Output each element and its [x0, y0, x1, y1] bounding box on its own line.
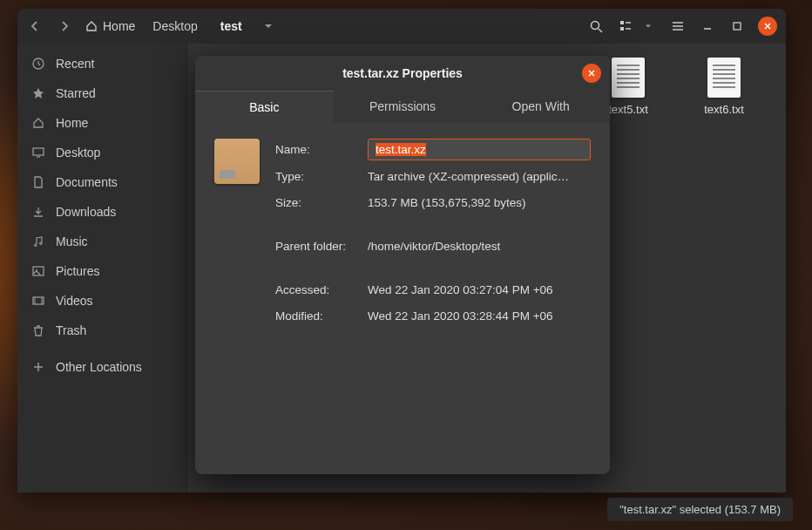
- breadcrumb-home[interactable]: Home: [85, 19, 135, 33]
- clock-icon: [31, 57, 45, 71]
- maximize-button[interactable]: [728, 17, 746, 35]
- hamburger-menu-icon[interactable]: [669, 17, 687, 35]
- svg-point-0: [591, 21, 599, 29]
- documents-icon: [31, 175, 45, 189]
- videos-icon: [31, 294, 45, 308]
- tab-basic[interactable]: Basic: [195, 91, 334, 123]
- downloads-icon: [31, 205, 45, 219]
- sidebar-item-trash[interactable]: Trash: [17, 316, 186, 345]
- sidebar-item-documents[interactable]: Documents: [17, 167, 186, 197]
- text-file-icon: [612, 58, 645, 98]
- breadcrumb-dropdown[interactable]: [260, 17, 277, 35]
- dialog-title: test.tar.xz Properties: [342, 66, 463, 80]
- dialog-tabs: Basic Permissions Open With: [195, 91, 610, 123]
- sidebar-label: Starred: [56, 86, 96, 100]
- sidebar-label: Recent: [56, 57, 94, 71]
- sidebar-item-recent[interactable]: Recent: [17, 49, 186, 78]
- search-icon[interactable]: [587, 17, 605, 35]
- sidebar-label: Music: [56, 234, 88, 248]
- back-button[interactable]: [26, 17, 44, 35]
- svg-rect-5: [33, 148, 44, 155]
- parent-folder-value: /home/viktor/Desktop/test: [368, 240, 591, 253]
- sidebar-item-videos[interactable]: Videos: [17, 286, 186, 316]
- dialog-body: Name: Type: Tar archive (XZ-compressed) …: [195, 123, 610, 474]
- sidebar-label: Documents: [56, 175, 118, 189]
- trash-icon: [31, 323, 45, 337]
- status-bar: "test.tar.xz" selected (153.7 MB): [607, 498, 793, 521]
- sidebar-label: Downloads: [56, 205, 116, 219]
- properties-dialog: test.tar.xz Properties Basic Permissions…: [195, 56, 610, 474]
- svg-rect-1: [620, 21, 624, 24]
- sidebar-item-home[interactable]: Home: [17, 108, 186, 138]
- svg-rect-3: [734, 23, 741, 30]
- properties-list: Name: Type: Tar archive (XZ-compressed) …: [275, 139, 591, 459]
- svg-rect-6: [33, 267, 44, 275]
- svg-rect-2: [620, 27, 624, 31]
- sidebar: Recent Starred Home Desktop Documents Do…: [17, 44, 187, 493]
- header-bar: Home Desktop test: [17, 9, 786, 44]
- file-label: text5.txt: [608, 103, 648, 116]
- sidebar-label: Desktop: [56, 146, 100, 160]
- dialog-header[interactable]: test.tar.xz Properties: [195, 56, 610, 91]
- breadcrumb-desktop[interactable]: Desktop: [147, 16, 202, 37]
- breadcrumb-test[interactable]: test: [215, 16, 247, 37]
- desktop-icon: [31, 146, 45, 160]
- accessed-value: Wed 22 Jan 2020 03:27:04 PM +06: [368, 283, 591, 296]
- sidebar-item-other-locations[interactable]: Other Locations: [17, 352, 186, 382]
- plus-icon: [31, 360, 45, 374]
- sidebar-label: Trash: [56, 323, 86, 337]
- file-text6[interactable]: text6.txt: [694, 58, 754, 116]
- sidebar-label: Pictures: [56, 264, 100, 278]
- parent-folder-label: Parent folder:: [275, 240, 355, 253]
- type-label: Type:: [275, 170, 355, 183]
- tab-permissions[interactable]: Permissions: [334, 91, 472, 123]
- size-label: Size:: [275, 196, 355, 209]
- pictures-icon: [31, 264, 45, 278]
- view-grid-icon[interactable]: [617, 17, 634, 35]
- modified-label: Modified:: [275, 309, 355, 323]
- file-label: text6.txt: [704, 103, 744, 116]
- size-value: 153.7 MB (153,675,392 bytes): [368, 196, 591, 209]
- forward-button[interactable]: [56, 17, 73, 35]
- dialog-close-button[interactable]: [582, 64, 601, 83]
- sidebar-label: Home: [56, 116, 88, 130]
- tab-open-with[interactable]: Open With: [471, 91, 610, 123]
- name-label: Name:: [275, 143, 355, 156]
- accessed-label: Accessed:: [275, 283, 355, 296]
- sidebar-item-pictures[interactable]: Pictures: [17, 256, 186, 286]
- sidebar-label: Other Locations: [56, 360, 142, 374]
- close-button[interactable]: [758, 17, 777, 36]
- music-icon: [31, 234, 45, 248]
- archive-icon: [214, 139, 260, 184]
- modified-value: Wed 22 Jan 2020 03:28:44 PM +06: [368, 309, 591, 323]
- sidebar-label: Videos: [56, 294, 93, 308]
- home-label: Home: [103, 19, 135, 33]
- minimize-button[interactable]: [699, 17, 716, 35]
- sidebar-item-desktop[interactable]: Desktop: [17, 138, 186, 167]
- view-dropdown-icon[interactable]: [639, 17, 657, 35]
- name-input[interactable]: [368, 139, 591, 160]
- sidebar-item-starred[interactable]: Starred: [17, 78, 186, 108]
- sidebar-item-music[interactable]: Music: [17, 227, 186, 256]
- star-icon: [31, 86, 45, 100]
- home-icon: [31, 116, 45, 130]
- sidebar-item-downloads[interactable]: Downloads: [17, 197, 186, 227]
- type-value: Tar archive (XZ-compressed) (applic…: [368, 170, 591, 183]
- text-file-icon: [707, 58, 741, 98]
